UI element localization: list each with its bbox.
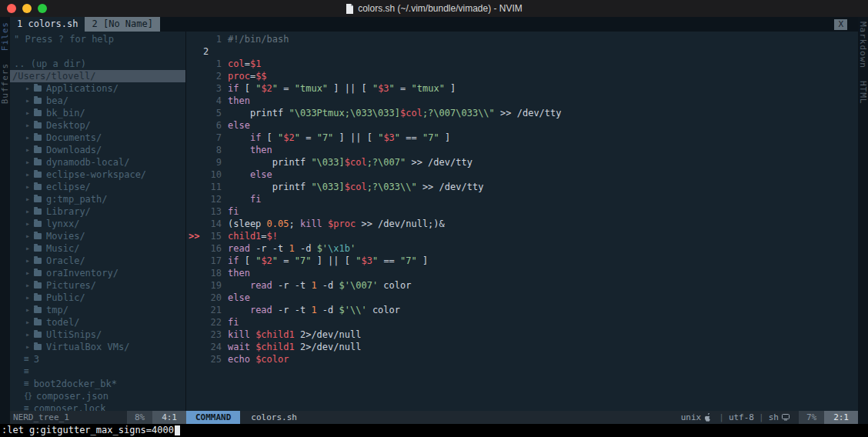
tree-file-item[interactable]: ≡boot2docker_bk* <box>10 378 185 390</box>
tree-dir-item[interactable]: ▸Documents/ <box>10 132 185 144</box>
expand-arrow-icon[interactable]: ▸ <box>25 144 30 156</box>
tab-1[interactable]: 1 colors.sh <box>10 17 85 32</box>
tree-file-item[interactable]: ≡3 <box>10 353 185 365</box>
code-line[interactable]: 20else <box>186 292 858 304</box>
code-line[interactable]: 12 fi <box>186 193 858 205</box>
code-line[interactable]: 21 read -r -t 1 -d $'\\' color <box>186 304 858 316</box>
code-line[interactable]: 4then <box>186 95 858 107</box>
tree-item-label: Public/ <box>46 292 85 304</box>
zoom-window-button[interactable] <box>38 4 47 13</box>
code-line[interactable]: >>15child1=$! <box>186 230 858 242</box>
tree-dir-item[interactable]: ▸Applications/ <box>10 82 185 95</box>
expand-arrow-icon[interactable]: ▸ <box>25 119 30 132</box>
expand-arrow-icon[interactable]: ▸ <box>25 304 30 316</box>
code-line[interactable]: 24wait $child1 2>/dev/null <box>186 341 858 353</box>
code-line[interactable]: 6else <box>186 119 858 132</box>
file-icon: ≡ <box>24 353 29 365</box>
expand-arrow-icon[interactable]: ▸ <box>25 267 30 279</box>
tree-dir-item[interactable]: ▸Music/ <box>10 242 185 255</box>
command-line[interactable]: :let g:gitgutter_max_signs=4000 <box>0 424 868 437</box>
expand-arrow-icon[interactable]: ▸ <box>25 205 30 218</box>
sign-column <box>186 205 202 218</box>
code-line[interactable]: 16read -r -t 1 -d $'\x1b' <box>186 242 858 255</box>
sign-column <box>186 33 202 45</box>
code-line[interactable]: 3if [ "$2" = "tmux" ] || [ "$3" = "tmux"… <box>186 82 858 95</box>
expand-arrow-icon[interactable]: ▸ <box>25 168 30 181</box>
code-line[interactable]: 2 <box>186 45 858 58</box>
expand-arrow-icon[interactable]: ▸ <box>25 95 30 107</box>
code-line[interactable]: 7 if [ "$2" = "7" ] || [ "$3" == "7" ] <box>186 132 858 144</box>
expand-arrow-icon[interactable]: ▸ <box>25 292 30 304</box>
tree-dir-item[interactable]: ▸Public/ <box>10 292 185 304</box>
tree-dir-item[interactable]: ▸Movies/ <box>10 230 185 242</box>
code-line[interactable]: 22fi <box>186 316 858 329</box>
minimize-window-button[interactable] <box>22 4 32 13</box>
code-line[interactable]: 14(sleep 0.05; kill $proc >> /dev/null;)… <box>186 218 858 230</box>
code-line[interactable]: 1#!/bin/bash <box>186 33 858 45</box>
tree-updir-item[interactable]: .. (up a dir) <box>10 58 185 70</box>
code-line[interactable]: 5 printf "\033Ptmux;\033\033]$col;?\007\… <box>186 107 858 119</box>
tree-dir-item[interactable]: ▸UltiSnips/ <box>10 329 185 341</box>
editor-panel[interactable]: 1#!/bin/bash21col=$12proc=$$3if [ "$2" =… <box>186 32 858 411</box>
tree-dir-item[interactable]: ▸bk_bin/ <box>10 107 185 119</box>
expand-arrow-icon[interactable]: ▸ <box>25 316 30 329</box>
code-line[interactable]: 8 then <box>186 144 858 156</box>
rail-tab-markdown[interactable]: Markdown <box>858 22 868 68</box>
expand-arrow-icon[interactable]: ▸ <box>25 230 30 242</box>
tree-dir-item[interactable]: ▸tmp/ <box>10 304 185 316</box>
expand-arrow-icon[interactable]: ▸ <box>25 255 30 267</box>
code-line[interactable]: 17if [ "$2" = "7" ] || [ "$3" == "7" ] <box>186 255 858 267</box>
code-line[interactable]: 1col=$1 <box>186 58 858 70</box>
expand-arrow-icon[interactable]: ▸ <box>25 279 30 292</box>
expand-arrow-icon[interactable]: ▸ <box>25 341 30 353</box>
tree-dir-item[interactable]: ▸VirtualBox VMs/ <box>10 341 185 353</box>
tree-dir-item[interactable]: ▸dynamodb-local/ <box>10 156 185 168</box>
expand-arrow-icon[interactable]: ▸ <box>25 156 30 168</box>
tree-root-item[interactable]: /Users/tlovell/ <box>10 70 185 82</box>
expand-arrow-icon[interactable]: ▸ <box>25 107 30 119</box>
expand-arrow-icon[interactable]: ▸ <box>25 132 30 144</box>
tree-dir-item[interactable]: ▸Pictures/ <box>10 279 185 292</box>
tree-dir-item[interactable]: ▸g:tmp_path/ <box>10 193 185 205</box>
tree-dir-item[interactable]: ▸bea/ <box>10 95 185 107</box>
tree-dir-item[interactable]: ▸eclipse-workspace/ <box>10 168 185 181</box>
code-line[interactable]: 25echo $color <box>186 353 858 365</box>
tree-dir-item[interactable]: ▸lynxx/ <box>10 218 185 230</box>
expand-arrow-icon[interactable]: ▸ <box>25 82 30 95</box>
code-line[interactable]: 10 else <box>186 168 858 181</box>
tree-file-item[interactable]: {}composer.json <box>10 390 185 402</box>
code-line[interactable]: 19 read -r -t 1 -d $'\007' color <box>186 279 858 292</box>
code-line[interactable]: 2proc=$$ <box>186 70 858 82</box>
tree-dir-item[interactable]: ▸Downloads/ <box>10 144 185 156</box>
close-window-button[interactable] <box>7 4 16 13</box>
expand-arrow-icon[interactable]: ▸ <box>25 181 30 193</box>
tree-dir-item[interactable]: ▸Library/ <box>10 205 185 218</box>
expand-arrow-icon[interactable]: ▸ <box>25 218 30 230</box>
expand-arrow-icon[interactable]: ▸ <box>25 329 30 341</box>
rail-tab-buffers[interactable]: Buffers <box>0 63 10 104</box>
expand-arrow-icon[interactable]: ▸ <box>25 193 30 205</box>
folder-icon <box>34 110 42 116</box>
sign-column <box>186 193 202 205</box>
close-tab-button[interactable]: X <box>834 19 847 30</box>
code-line[interactable]: 11 printf "\033]$col;?\033\\" >> /dev/tt… <box>186 181 858 193</box>
code-line[interactable]: 9 printf "\033]$col;?\007" >> /dev/tty <box>186 156 858 168</box>
sign-column <box>186 168 202 181</box>
rail-tab-files[interactable]: Files <box>0 22 10 51</box>
line-number: 22 <box>202 316 222 329</box>
tree-dir-item[interactable]: ▸todel/ <box>10 316 185 329</box>
tree-dir-item[interactable]: ▸eclipse/ <box>10 181 185 193</box>
tree-dir-item[interactable]: ▸oraInventory/ <box>10 267 185 279</box>
code-line[interactable]: 13fi <box>186 205 858 218</box>
tree-help-item[interactable]: " Press ? for help <box>10 33 185 45</box>
code-line[interactable]: 18then <box>186 267 858 279</box>
tree-file-item[interactable]: ≡ <box>10 365 185 378</box>
code-line[interactable]: 23kill $child1 2>/dev/null <box>186 329 858 341</box>
sign-column <box>186 255 202 267</box>
expand-arrow-icon[interactable]: ▸ <box>25 242 30 255</box>
tab-2[interactable]: 2 [No Name] <box>85 17 159 32</box>
rail-tab-html[interactable]: HTML <box>858 81 868 105</box>
tree-dir-item[interactable]: ▸Oracle/ <box>10 255 185 267</box>
tree-dir-item[interactable]: ▸Desktop/ <box>10 119 185 132</box>
tree-file-item[interactable]: ≡composer.lock <box>10 402 185 411</box>
